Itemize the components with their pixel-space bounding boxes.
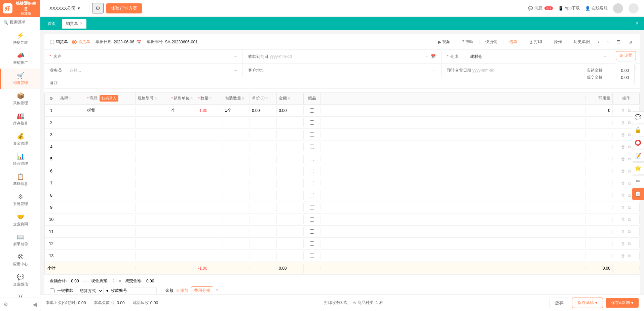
history-btn[interactable]: 历史单据 — [571, 38, 593, 46]
cell-desc[interactable] — [320, 203, 586, 212]
cell-pkgqty[interactable] — [223, 155, 250, 163]
cell-barcode[interactable] — [58, 239, 85, 248]
cell-spec[interactable] — [136, 239, 169, 248]
cell-gift[interactable] — [304, 215, 320, 224]
copy-icon[interactable]: ⧉ — [628, 108, 631, 113]
cell-unit[interactable] — [169, 167, 196, 176]
cell-pkgqty[interactable] — [223, 203, 250, 212]
delete-icon[interactable]: 🗑 — [621, 108, 625, 113]
sidebar-item-新手引导[interactable]: 📖新手引导 — [0, 230, 40, 250]
cell-desc[interactable] — [320, 106, 586, 115]
delete-icon[interactable]: 🗑 — [621, 157, 625, 161]
copy-icon[interactable]: ⧉ — [628, 169, 631, 173]
cell-barcode[interactable] — [58, 155, 85, 163]
cell-product[interactable] — [85, 143, 136, 151]
cell-product[interactable] — [85, 106, 136, 115]
cell-product[interactable] — [85, 239, 136, 248]
cell-qty[interactable] — [196, 227, 223, 236]
cell-gift[interactable] — [304, 130, 320, 139]
salesperson-field[interactable]: 业务员 选择... ··· — [44, 64, 243, 77]
select-btn[interactable]: 选单 — [506, 38, 520, 46]
cell-spec[interactable] — [136, 130, 169, 139]
cell-gift[interactable] — [304, 179, 320, 187]
cell-pkgqty[interactable] — [223, 167, 250, 176]
cell-qty[interactable] — [196, 239, 223, 248]
cell-spec[interactable] — [136, 106, 169, 115]
copy-icon[interactable]: ⧉ — [628, 157, 631, 161]
cell-product[interactable] — [85, 191, 136, 200]
payment-date-field[interactable]: 收款到期日 yyyy-mm-dd ··· 📅 — [243, 50, 441, 63]
cell-gift[interactable] — [304, 239, 320, 248]
cell-amount[interactable] — [277, 167, 304, 176]
cell-barcode[interactable] — [58, 179, 85, 188]
calendar-icon[interactable]: 📅 — [136, 40, 141, 44]
customer-field[interactable]: * 客户 ··· — [44, 50, 243, 63]
cell-spec[interactable] — [136, 215, 169, 224]
cell-gift[interactable] — [304, 191, 320, 199]
discard-button[interactable]: 放弃 — [549, 298, 569, 308]
payment-checkbox[interactable] — [50, 288, 54, 293]
expense-btn[interactable]: 费用分摊 — [191, 286, 213, 294]
cell-pkgqty[interactable] — [223, 191, 250, 200]
float-edit-btn[interactable]: ✏ — [632, 175, 644, 187]
settings-button[interactable]: ⚙ ⚙ 设置设置 — [616, 51, 636, 60]
delete-icon[interactable]: 🗑 — [621, 217, 625, 222]
delete-icon[interactable]: 🗑 — [621, 120, 625, 125]
cell-amount[interactable] — [277, 251, 304, 260]
cell-qty[interactable] — [196, 106, 223, 115]
cell-amount[interactable] — [277, 179, 304, 188]
save-new-button[interactable]: 保存&新增 ▾ — [606, 298, 639, 308]
copy-icon[interactable]: ⧉ — [628, 132, 631, 137]
float-lock-btn[interactable]: 🔒 — [632, 124, 644, 136]
avatar[interactable] — [613, 3, 623, 13]
video-btn[interactable]: ▶ 视频 — [435, 38, 453, 46]
sidebar-item-资金管理[interactable]: 💰资金管理 — [0, 129, 40, 149]
grid-view-btn[interactable]: ⊞ — [626, 38, 635, 46]
copy-icon[interactable]: ⧉ — [628, 145, 631, 149]
cell-amount[interactable] — [277, 118, 304, 127]
copy-icon[interactable]: ⧉ — [628, 193, 631, 198]
delete-icon[interactable]: 🗑 — [621, 254, 625, 258]
cell-qty[interactable] — [196, 167, 223, 176]
cell-pkgqty[interactable] — [223, 227, 250, 236]
cell-desc[interactable] — [320, 239, 586, 248]
copy-icon[interactable]: ⧉ — [628, 181, 631, 186]
cell-desc[interactable] — [320, 191, 586, 200]
cell-barcode[interactable] — [58, 191, 85, 200]
cell-price[interactable] — [250, 167, 277, 176]
cell-desc[interactable] — [320, 251, 586, 260]
collapse-icon[interactable]: ◀ — [33, 301, 37, 308]
cell-barcode[interactable] — [58, 227, 85, 236]
cell-product[interactable] — [85, 167, 136, 176]
cell-unit[interactable] — [169, 155, 196, 163]
cell-product[interactable] — [85, 251, 136, 260]
message-btn[interactable]: 💬 消息 99+ — [528, 5, 553, 11]
cell-price[interactable] — [250, 203, 277, 212]
cell-price[interactable] — [250, 130, 277, 139]
float-active-btn[interactable]: 📋 — [632, 188, 644, 200]
address-dots[interactable]: ··· — [432, 68, 436, 73]
cell-price[interactable] — [250, 191, 277, 200]
cell-pkgqty[interactable] — [223, 215, 250, 224]
cell-gift[interactable] — [304, 143, 320, 151]
tab-home[interactable]: 首页 — [43, 19, 61, 29]
cell-gift[interactable] — [304, 227, 320, 236]
cell-qty[interactable] — [196, 203, 223, 212]
payment-date-dots[interactable]: ··· — [425, 54, 428, 59]
cell-barcode[interactable] — [58, 203, 85, 212]
cell-spec[interactable] — [136, 179, 169, 188]
cell-product[interactable] — [85, 179, 136, 188]
cell-unit[interactable] — [169, 227, 196, 236]
salesperson-dots[interactable]: ··· — [234, 68, 237, 73]
cell-spec[interactable] — [136, 143, 169, 151]
delete-icon[interactable]: 🗑 — [621, 241, 625, 246]
cell-amount[interactable] — [277, 239, 304, 248]
cell-qty[interactable] — [196, 251, 223, 260]
cell-barcode[interactable] — [58, 106, 85, 115]
cell-price[interactable] — [250, 239, 277, 248]
cell-unit[interactable] — [169, 106, 196, 115]
cell-desc[interactable] — [320, 179, 586, 188]
add-button[interactable]: ⊕ 添加 — [176, 288, 188, 294]
delete-icon[interactable]: 🗑 — [621, 132, 625, 137]
cell-amount[interactable] — [277, 191, 304, 200]
